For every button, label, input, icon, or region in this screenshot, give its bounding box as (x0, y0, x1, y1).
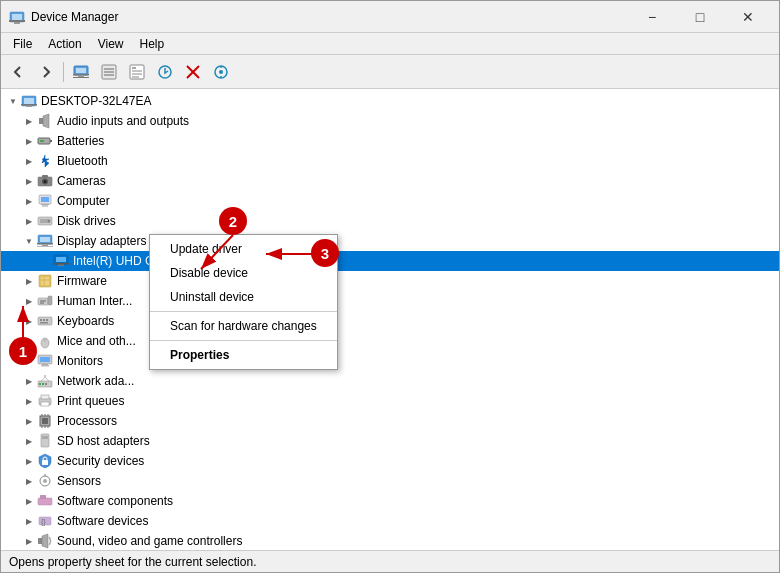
svg-rect-99 (38, 538, 42, 544)
tree-item-mice[interactable]: Mice and oth... (1, 331, 779, 351)
tree-item-security[interactable]: Security devices (1, 451, 779, 471)
svg-point-93 (43, 479, 47, 483)
toolbar-forward[interactable] (33, 59, 59, 85)
label-cameras: Cameras (57, 174, 106, 188)
toolbar-scan[interactable] (208, 59, 234, 85)
svg-text:{}: {} (41, 518, 46, 526)
toolbar-properties[interactable] (124, 59, 150, 85)
label-root: DESKTOP-32L47EA (41, 94, 152, 108)
tree-item-batteries[interactable]: Batteries (1, 131, 779, 151)
tree-item-bluetooth[interactable]: Bluetooth (1, 151, 779, 171)
tree-item-software-dev[interactable]: {} Software devices (1, 511, 779, 531)
tree-item-print[interactable]: Print queues (1, 391, 779, 411)
expander-batteries[interactable] (21, 133, 37, 149)
expander-network[interactable] (21, 373, 37, 389)
tree-item-sd[interactable]: SD host adapters (1, 431, 779, 451)
svg-rect-26 (24, 98, 34, 104)
expander-human[interactable] (21, 293, 37, 309)
menu-view[interactable]: View (90, 35, 132, 53)
tree-item-human[interactable]: Human Inter... (1, 291, 779, 311)
svg-rect-81 (42, 418, 48, 424)
close-button[interactable]: ✕ (725, 1, 771, 33)
svg-rect-1 (12, 14, 22, 20)
tree-item-software-comp[interactable]: Software components (1, 491, 779, 511)
toolbar-list[interactable] (96, 59, 122, 85)
expander-software-comp[interactable] (21, 493, 37, 509)
expander-computer[interactable] (21, 193, 37, 209)
expander-sd[interactable] (21, 433, 37, 449)
icon-monitors (37, 353, 53, 369)
svg-rect-60 (48, 296, 52, 305)
svg-rect-2 (9, 20, 25, 22)
icon-batteries (37, 133, 53, 149)
icon-display (37, 233, 53, 249)
tree-item-monitors[interactable]: Monitors (1, 351, 779, 371)
expander-security[interactable] (21, 453, 37, 469)
expander-software-dev[interactable] (21, 513, 37, 529)
tree-item-network[interactable]: Network ada... (1, 371, 779, 391)
expander-audio[interactable] (21, 113, 37, 129)
label-network: Network ada... (57, 374, 134, 388)
expander-sensors[interactable] (21, 473, 37, 489)
device-manager-window: Device Manager − □ ✕ File Action View He… (0, 0, 780, 573)
icon-software-comp (37, 493, 53, 509)
tree-item-firmware[interactable]: Firmware (1, 271, 779, 291)
tree-item-display[interactable]: Display adapters (1, 231, 779, 251)
svg-rect-47 (42, 245, 48, 247)
expander-sound[interactable] (21, 533, 37, 549)
menu-action[interactable]: Action (40, 35, 89, 53)
tree-item-sensors[interactable]: Sensors (1, 471, 779, 491)
expander-processors[interactable] (21, 413, 37, 429)
expander-display[interactable] (21, 233, 37, 249)
expander-mice[interactable] (21, 333, 37, 349)
menu-file[interactable]: File (5, 35, 40, 53)
tree-item-sound[interactable]: Sound, video and game controllers (1, 531, 779, 550)
svg-point-68 (43, 338, 47, 340)
svg-rect-71 (42, 364, 48, 365)
menu-help[interactable]: Help (132, 35, 173, 53)
toolbar-back[interactable] (5, 59, 31, 85)
svg-point-22 (219, 70, 223, 74)
expander-print[interactable] (21, 393, 37, 409)
maximize-button[interactable]: □ (677, 1, 723, 33)
minimize-button[interactable]: − (629, 1, 675, 33)
device-tree[interactable]: DESKTOP-32L47EAAudio inputs and outputsB… (1, 89, 779, 550)
tree-item-processors[interactable]: Processors (1, 411, 779, 431)
toolbar-remove[interactable] (180, 59, 206, 85)
context-menu-item-disable[interactable]: Disable device (150, 261, 337, 285)
icon-processors (37, 413, 53, 429)
context-menu-item-update[interactable]: Update driver (150, 237, 337, 261)
status-text: Opens property sheet for the current sel… (9, 555, 256, 569)
icon-software-dev: {} (37, 513, 53, 529)
svg-rect-40 (42, 205, 48, 207)
svg-rect-50 (56, 257, 66, 262)
tree-item-intel[interactable]: Intel(R) UHD G... (1, 251, 779, 271)
tree-item-keyboards[interactable]: Keyboards (1, 311, 779, 331)
context-menu-item-scan[interactable]: Scan for hardware changes (150, 314, 337, 338)
expander-keyboards[interactable] (21, 313, 37, 329)
tree-item-disk[interactable]: Disk drives (1, 211, 779, 231)
label-keyboards: Keyboards (57, 314, 114, 328)
label-bluetooth: Bluetooth (57, 154, 108, 168)
tree-item-root[interactable]: DESKTOP-32L47EA (1, 91, 779, 111)
expander-cameras[interactable] (21, 173, 37, 189)
context-menu-item-properties[interactable]: Properties (150, 343, 337, 367)
expander-firmware[interactable] (21, 273, 37, 289)
icon-firmware (37, 273, 53, 289)
context-menu-item-uninstall[interactable]: Uninstall device (150, 285, 337, 309)
svg-rect-61 (38, 317, 52, 325)
toolbar-computer[interactable] (68, 59, 94, 85)
icon-network (37, 373, 53, 389)
toolbar-update[interactable] (152, 59, 178, 85)
label-sensors: Sensors (57, 474, 101, 488)
expander-disk[interactable] (21, 213, 37, 229)
icon-sensors (37, 473, 53, 489)
label-human: Human Inter... (57, 294, 132, 308)
tree-item-computer[interactable]: Computer (1, 191, 779, 211)
icon-sd (37, 433, 53, 449)
expander-bluetooth[interactable] (21, 153, 37, 169)
tree-item-audio[interactable]: Audio inputs and outputs (1, 111, 779, 131)
tree-item-cameras[interactable]: Cameras (1, 171, 779, 191)
expander-monitors[interactable] (21, 353, 37, 369)
expander-root[interactable] (5, 93, 21, 109)
